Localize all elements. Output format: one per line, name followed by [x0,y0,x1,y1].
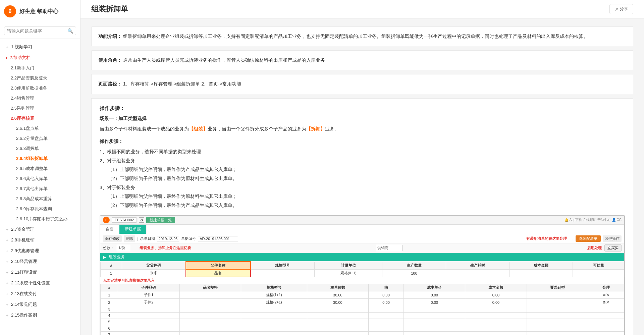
sidebar-item-label: 2.14常见问题 [11,301,37,308]
logo-icon: 6 [4,5,16,17]
col-available: 可处量 [573,262,624,269]
inner-lower-table: # 子件品码 品名规格 规格型号 主单位数 辅 成本单价 成本金额 覆盖到型 [100,284,624,335]
inner-label2: 份数： [103,245,114,250]
action-delete2[interactable]: ✕ [606,300,609,304]
sidebar-item-2-9[interactable]: ＋ 2.9优惠券管理 [0,245,80,256]
step2: 2、对于组装业务 [100,156,625,165]
role-label: 使用角色： [98,57,122,63]
steps-section: 操作步骤： 场景一：加工类型选择 当由多个子件材料组装成一个成品的业务为【组装】… [91,98,633,335]
expand-icon: ＋ [5,302,9,307]
intro-section: 功能介绍： 组装拆卸单用来处理企业组装或拆卸等加工业务，支持有固定装配清单的产品… [91,26,633,46]
inner-nav-new[interactable]: 新建单据 [119,225,147,234]
arrow-icon1: → [569,236,574,241]
path-body: 1、库存核算->库存管理->组装拆卸单 2、首页->常用功能 [123,81,241,87]
col-time: 生产耗时 [446,262,509,269]
col-spec: 规格型号 [251,262,315,269]
sidebar-item-2-6-6[interactable]: 2.6.6其他入库单 [0,174,80,184]
inner-lower-table-wrap: # 子件品码 品名规格 规格型号 主单位数 辅 成本单价 成本金额 覆盖到型 [100,284,624,335]
action-copy[interactable]: ⧉ [603,293,605,297]
sidebar-item-2-6-10[interactable]: 2.6.10库存账本错了怎么办 [0,214,80,224]
sub-col-cover: 覆盖到型 [527,284,588,291]
col-parent-code: 父父件码 [122,262,186,269]
search-icon[interactable]: 🔍 [67,28,73,34]
action-delete[interactable]: ✕ [606,293,609,297]
action-copy2[interactable]: ⧉ [603,300,605,304]
sidebar-item-2-4[interactable]: 2.4销售管理 [0,93,80,103]
inner-icons-area: 🔔 App下载 在线帮助 帮助中心 👤 CC [565,218,622,222]
table-row: 1 子件1 规格(1+1) 30.00 0.00 0.00 0.00 [101,291,624,299]
zuzhuan-text: 【组装】 [189,126,208,131]
expand-icon: ＋ [5,270,9,275]
sidebar-item-2-6-9[interactable]: 2.6.9库存账本查询 [0,204,80,214]
sidebar-item-2-14[interactable]: ＋ 2.14常见问题 [0,299,80,310]
sidebar-item-2-1[interactable]: 2.1新手入门 [0,63,80,73]
sidebar-item-2-6-8[interactable]: 2.6.8商品成本重算 [0,194,80,204]
table-row: 5 [101,319,624,325]
table-row: 6 [101,325,624,332]
cell-qty-val: 100 [382,269,446,277]
sidebar-item-2-8[interactable]: ＋ 2.8手机旺铺 [0,235,80,245]
sidebar-item-2-3[interactable]: 2.3使用前数据准备 [0,83,80,93]
sidebar-item-2-10[interactable]: ＋ 2.10经营管理 [0,256,80,267]
inner-partner: 供销商 [376,245,402,251]
path-text: 页面路径： 1、库存核算->库存管理->组装拆卸单 2、首页->常用功能 [98,80,626,88]
scene1-block: 场景一：加工类型选择 当由多个子件材料组装成一个成品的业务为【组装】业务，当由一… [100,116,625,133]
sidebar-item-2-6-2[interactable]: 2.6.2分量盘点单 [0,133,80,144]
sub-col-num: # [101,284,118,291]
sub-col-spec: 规格型号 [241,284,307,291]
ops-steps-heading: 操作步骤： [100,138,625,145]
inner-nav-zishou[interactable]: 自售 [100,225,119,234]
cell-avail-val [573,269,624,277]
sub-col-code: 子件品码 [118,284,179,291]
sidebar-item-2-15[interactable]: ＋ 2.15操作案例 [0,310,80,321]
inner-tool-save[interactable]: 保存修改 [103,235,122,242]
sidebar-item-2-5[interactable]: 2.5采购管理 [0,103,80,113]
inner-tool-delete[interactable]: 删除 [124,235,135,242]
sidebar-item-docs[interactable]: ● 2.帮助文档 [0,52,80,63]
inner-nav-tabs: 自售 新建单据 [100,225,624,234]
inner-process-type-banner: ▶ 组装业务 [100,253,624,261]
expand-icon: ＋ [5,227,9,232]
sidebar-item-label: 2.7资金管理 [11,226,35,232]
role-section: 使用角色： 通常由生产人员或库管人员完成拆装业务的操作，库管人员确认原材料的出库… [91,50,633,70]
sidebar-item-2-7[interactable]: ＋ 2.7资金管理 [0,224,80,235]
sub-cell-num1: 1 [101,291,118,299]
sidebar-item-2-13[interactable]: ＋ 2.13在线支付 [0,288,80,299]
search-wrap[interactable]: 🔍 [4,26,76,35]
sidebar-item-2-2[interactable]: 2.2产品安装及登录 [0,73,80,83]
sidebar-item-2-6-4[interactable]: 2.6.4组装拆卸单 [0,154,80,164]
share-button[interactable]: ↗ 分享 [609,4,633,14]
step3: 3、对于拆装业务 [100,183,625,192]
sidebar-item-2-6-5[interactable]: 2.6.5成本调整单 [0,164,80,174]
cell-unit: 规格(0+1) [314,269,382,277]
expand-icon: ＋ [5,45,9,50]
intro-label: 功能介绍： [98,34,122,39]
col-unit: 计量单位 [314,262,382,269]
sidebar-item-2-6[interactable]: 2.6库存核算 [0,113,80,123]
inner-annotation3: 启用处理 [587,245,602,250]
sub-col-handle: 处理 [588,284,624,291]
inner-enable-btn[interactable]: 立买买 [604,244,622,252]
inner-new-btn[interactable]: 新建单据一览 [146,217,175,223]
search-input[interactable] [7,29,67,34]
sidebar-item-2-6-1[interactable]: 2.6.1盘点单 [0,123,80,133]
inner-logo: 6 [103,217,110,223]
sidebar-item-video[interactable]: ＋ 1.视频学习 [0,42,80,52]
path-section: 页面路径： 1、库存核算->库存管理->组装拆卸单 2、首页->常用功能 [91,74,633,94]
sidebar-item-label: 2.10经营管理 [11,259,37,265]
inner-date-label: 录单日期 [140,236,155,241]
sidebar-item-2-12[interactable]: ＋ 2.12系统个性化设置 [0,278,80,288]
inner-select-btn[interactable]: 选装配清单 [576,235,601,242]
inner-order-label: 单据编号 [181,236,196,241]
inner-other-ops[interactable]: 其他操作 [603,235,622,242]
cell-parent-name: 品名 [186,269,251,277]
expand-icon: ＋ [5,313,9,318]
sidebar-item-2-6-7[interactable]: 2.6.7其他出库单 [0,184,80,194]
sidebar-item-2-11[interactable]: ＋ 2.11打印设置 [0,267,80,278]
sidebar-item-2-6-3[interactable]: 2.6.3调拨单 [0,144,80,154]
expand-icon: ＋ [5,248,9,254]
inner-toolbar2: 份数： 1/份 组装业务、拆卸业务在这里切换 供销商 启用处理 立买买 [100,243,624,253]
expand-icon: ＋ [5,281,9,286]
inner-upper-table: # 父父件码 父件名称 规格型号 计量单位 生产数量 生产耗时 成本金额 可处量 [100,261,624,277]
sidebar-item-label: 2.12系统个性化设置 [11,280,50,286]
